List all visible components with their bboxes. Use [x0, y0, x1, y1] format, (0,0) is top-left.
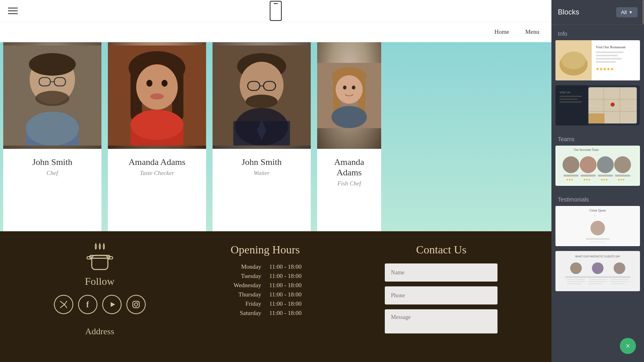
svg-point-48	[138, 302, 138, 303]
svg-point-70	[611, 103, 615, 107]
hours-row-0: Monday 11:00 - 18:00	[221, 263, 310, 270]
sidebar-filter-button[interactable]: All ▼	[616, 7, 638, 17]
sidebar-title: Blocks	[558, 8, 579, 16]
nav-home[interactable]: Home	[494, 29, 509, 35]
footer-hours-col: Opening Hours Monday 11:00 - 18:00 Tuesd…	[221, 243, 310, 317]
hamburger-menu[interactable]	[8, 8, 18, 14]
instagram-icon-btn[interactable]	[126, 295, 146, 314]
hours-row-3: Thursday 11:00 - 18:00	[221, 291, 310, 298]
svg-rect-108	[611, 284, 625, 284]
main-content: Home Menu	[0, 0, 551, 362]
hours-row-4: Friday 11:00 - 18:00	[221, 300, 310, 307]
svg-point-52	[561, 51, 586, 69]
filter-label: All	[621, 9, 627, 15]
amanda-fish-illustration	[317, 42, 381, 149]
svg-rect-105	[611, 281, 629, 282]
team-role-john-waiter: Waiter	[217, 170, 307, 177]
teams-thumb: Our Awesome Team ★★★ ★★★ ★★★ ★★★	[555, 146, 640, 186]
sidebar-block-testimonials-2[interactable]: WHAT OUR FANTASTIC CLIENTS SAY	[555, 251, 640, 291]
hours-row-1: Tuesday 11:00 - 18:00	[221, 273, 310, 280]
team-role-amanda-fish: Fish Chef	[321, 180, 377, 187]
svg-text:Client Quote: Client Quote	[589, 209, 606, 212]
sidebar-block-info-1[interactable]: Visit Our Restaurant ★★★★★	[555, 40, 640, 80]
contact-title: Contact Us	[416, 243, 466, 256]
svg-rect-54	[596, 51, 624, 53]
top-bar	[0, 0, 551, 22]
svg-rect-102	[611, 279, 629, 280]
svg-rect-98	[587, 277, 609, 278]
nav-menu[interactable]: Menu	[525, 29, 539, 35]
svg-text:★★★: ★★★	[583, 178, 590, 181]
hours-day-5: Saturday	[221, 310, 261, 317]
svg-point-18	[150, 93, 164, 99]
team-info-john-chef: John Smith Chef	[3, 149, 101, 187]
svg-rect-55	[596, 55, 618, 56]
svg-text:Visit Our Restaurant: Visit Our Restaurant	[596, 45, 625, 49]
hours-table: Monday 11:00 - 18:00 Tuesday 11:00 - 18:…	[221, 263, 310, 317]
svg-text:★★★★★: ★★★★★	[596, 67, 614, 71]
svg-rect-99	[609, 277, 630, 278]
sidebar-header: Blocks All ▼	[551, 0, 644, 25]
svg-rect-106	[567, 284, 582, 284]
sidebar: Blocks All ▼ Info Visit Our Restaurant	[551, 0, 644, 362]
close-button[interactable]: ×	[620, 338, 636, 354]
testimonials-thumb-1: Client Quote "	[555, 206, 640, 246]
sidebar-section-testimonials: Testimonials	[551, 191, 644, 206]
svg-rect-101	[589, 279, 607, 280]
team-photo-john-waiter	[213, 42, 311, 149]
footer-contact-col: Contact Us	[385, 243, 497, 333]
svg-rect-41	[92, 255, 108, 269]
team-card-inner-1: John Smith Chef	[3, 42, 101, 231]
contact-message-input[interactable]	[385, 309, 497, 333]
team-role-john-chef: Chef	[7, 170, 97, 177]
team-name-john-waiter: John Smith	[217, 157, 307, 167]
contact-phone-input[interactable]	[385, 286, 497, 304]
hours-time-2: 11:00 - 18:00	[269, 282, 310, 289]
facebook-icon-btn[interactable]: f	[78, 295, 97, 314]
sidebar-block-testimonials-1[interactable]: Client Quote "	[555, 206, 640, 246]
hours-day-3: Thursday	[221, 291, 261, 298]
hours-time-5: 11:00 - 18:00	[269, 310, 310, 317]
testimonials-thumb-2: WHAT OUR FANTASTIC CLIENTS SAY	[555, 251, 640, 291]
sidebar-block-info-2[interactable]: Visit Us	[555, 85, 640, 125]
hours-day-2: Wednesday	[221, 282, 261, 289]
svg-point-75	[580, 156, 597, 173]
footer-content: Follow f	[0, 243, 551, 337]
svg-rect-107	[589, 284, 603, 284]
restaurant-logo-svg	[84, 241, 116, 278]
svg-point-95	[592, 262, 604, 274]
svg-point-96	[614, 262, 625, 274]
instagram-icon	[132, 300, 140, 309]
svg-point-38	[343, 86, 347, 90]
team-info-john-waiter: John Smith Waiter	[213, 149, 311, 187]
sidebar-block-teams-1[interactable]: Our Awesome Team ★★★ ★★★ ★★★ ★★★	[555, 146, 640, 186]
team-card-3: John Smith Waiter	[209, 42, 314, 231]
hours-time-4: 11:00 - 18:00	[269, 300, 310, 307]
team-card-1: John Smith Chef	[0, 42, 105, 231]
team-name-amanda-taste: Amanda Adams	[112, 157, 202, 167]
svg-text:★★★: ★★★	[601, 178, 608, 181]
contact-name-input[interactable]	[385, 263, 497, 282]
svg-point-17	[161, 80, 167, 87]
twitter-icon-btn[interactable]	[54, 295, 73, 314]
svg-text:": "	[594, 214, 597, 222]
footer-logo	[84, 243, 116, 276]
close-icon: ×	[625, 341, 630, 351]
svg-point-15	[136, 64, 178, 110]
teams-thumb-svg: Our Awesome Team ★★★ ★★★ ★★★ ★★★	[555, 146, 640, 184]
youtube-icon-btn[interactable]	[102, 295, 122, 314]
svg-rect-56	[596, 58, 622, 60]
svg-text:Visit Us: Visit Us	[559, 90, 570, 94]
hours-time-1: 11:00 - 18:00	[269, 273, 310, 280]
team-card-inner-4: Amanda Adams Fish Chef	[317, 42, 381, 231]
svg-rect-78	[564, 175, 579, 177]
sidebar-section-info: Info	[551, 25, 644, 40]
follow-label: Follow	[85, 276, 115, 288]
hours-time-3: 11:00 - 18:00	[269, 291, 310, 298]
hours-row-2: Wednesday 11:00 - 18:00	[221, 282, 310, 289]
team-info-amanda-taste: Amanda Adams Taste Checker	[108, 149, 206, 187]
mobile-preview-icon[interactable]	[270, 1, 282, 21]
svg-rect-80	[598, 175, 613, 177]
team-name-john-chef: John Smith	[7, 157, 97, 167]
svg-rect-104	[589, 281, 607, 282]
